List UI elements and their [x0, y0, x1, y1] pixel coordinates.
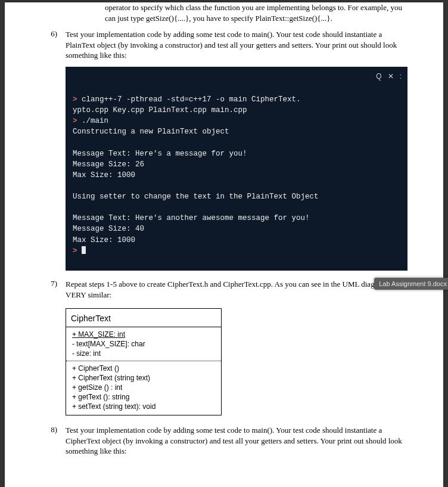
intro-paragraph: operator to specify which class the func…	[41, 2, 407, 23]
search-icon: Q	[376, 72, 381, 82]
terminal-line: Message Text: Here's another awesome mes…	[73, 214, 310, 222]
uml-method: + CipherText ()	[72, 364, 216, 373]
uml-method: + CipherText (string text)	[72, 373, 216, 383]
step-number: 7)	[41, 279, 66, 300]
uml-methods: + CipherText () + CipherText (string tex…	[66, 361, 221, 415]
more-icon: :	[400, 72, 402, 82]
uml-attr: - size: int	[72, 349, 216, 358]
terminal-line: Constructing a new PlainText object	[73, 128, 229, 136]
prompt-icon: >	[73, 117, 82, 125]
step-7: 7) Repeat steps 1-5 above to create Ciph…	[41, 279, 407, 300]
terminal-line: ./main	[82, 117, 108, 125]
uml-attr: + MAX_SIZE: int	[72, 330, 216, 339]
document-page: operator to specify which class the func…	[5, 2, 443, 487]
prompt-icon: >	[73, 95, 82, 104]
step-number: 8)	[41, 425, 66, 457]
uml-attributes: + MAX_SIZE: int - text[MAX_SIZE]: char -…	[66, 327, 221, 361]
uml-attr: - text[MAX_SIZE]: char	[72, 339, 216, 349]
uml-class-name: CipherText	[66, 309, 221, 327]
terminal-line: clang++-7 -pthread -std=c++17 -o main Ci…	[82, 95, 301, 104]
uml-method: + getText (): string	[72, 392, 216, 402]
step-number: 6)	[41, 29, 66, 61]
step-8: 8) Test your implementation code by addi…	[41, 425, 407, 457]
cursor-icon	[82, 246, 86, 254]
file-tab[interactable]: Lab Assignment 9.docx	[374, 278, 448, 290]
step-6: 6) Test your implementation code by addi…	[41, 29, 407, 61]
terminal-line: Using setter to change the text in the P…	[73, 193, 319, 201]
terminal-output: Q ✕ : > clang++-7 -pthread -std=c++17 -o…	[66, 67, 407, 271]
uml-diagram: CipherText + MAX_SIZE: int - text[MAX_SI…	[66, 308, 222, 415]
step-body: Test your implementation code by adding …	[66, 425, 407, 457]
step-body: Test your implementation code by adding …	[66, 29, 407, 61]
terminal-line: Max Size: 1000	[73, 171, 135, 179]
close-icon: ✕	[388, 72, 394, 82]
step-body: Repeat steps 1-5 above to create CipherT…	[66, 279, 407, 300]
terminal-line: Message Text: Here's a message for you!	[73, 150, 247, 158]
uml-method: + setText (string text): void	[72, 402, 216, 411]
terminal-line: Message Size: 40	[73, 225, 144, 233]
terminal-line: ypto.cpp Key.cpp PlainText.cpp main.cpp	[73, 106, 247, 114]
terminal-icons: Q ✕ :	[376, 72, 402, 82]
terminal-line: Max Size: 1000	[73, 236, 135, 244]
terminal-line: Message Size: 26	[73, 160, 144, 169]
uml-method: + getSize () : int	[72, 383, 216, 392]
prompt-icon: >	[73, 247, 82, 255]
